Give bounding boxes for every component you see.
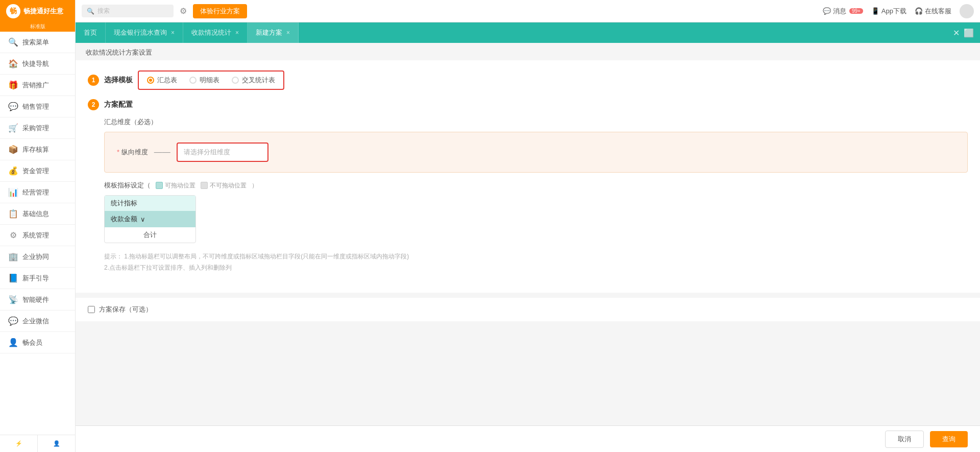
- book-icon: 📘: [8, 273, 18, 283]
- content-area: 收款情况统计方案设置 1 选择模板 汇总表 明细表: [76, 43, 980, 452]
- query-button[interactable]: 查询: [930, 431, 968, 447]
- save-checkbox[interactable]: [88, 306, 95, 313]
- radio-detail[interactable]: 明细表: [189, 76, 219, 85]
- radio-cross-dot: [232, 77, 239, 84]
- radio-detail-label: 明细表: [200, 76, 219, 85]
- legend-fixed-box: [201, 182, 208, 189]
- user-avatar[interactable]: [960, 4, 974, 18]
- legend-draggable-label: 可拖动位置: [165, 181, 195, 190]
- legend-close-paren: ）: [252, 181, 258, 190]
- message-icon: 💬: [823, 7, 831, 15]
- radio-summary[interactable]: 汇总表: [147, 76, 177, 85]
- tab-new-plan[interactable]: 新建方案 ×: [248, 22, 299, 43]
- step1-section: 1 选择模板 汇总表 明细表 交叉统计表: [88, 70, 968, 90]
- tab-collection-stat[interactable]: 收款情况统计 ×: [183, 22, 248, 43]
- sidebar-item-finance[interactable]: 💰 资金管理: [0, 160, 75, 182]
- logo-text: 畅捷通好生意: [23, 7, 63, 15]
- search-icon: 🔍: [8, 37, 18, 47]
- money-icon: 💰: [8, 166, 18, 176]
- sidebar-item-purchase[interactable]: 🛒 采购管理: [0, 117, 75, 139]
- tab-actions: ✕ ⬜: [953, 22, 980, 43]
- tab-home[interactable]: 首页: [76, 22, 106, 43]
- indicator-setting-header: 模板指标设定（ 可拖动位置 不可拖动位置 ）: [104, 181, 968, 190]
- legend-draggable: 可拖动位置: [156, 181, 195, 190]
- sidebar-item-smart-hw[interactable]: 📡 智能硬件: [0, 289, 75, 311]
- sidebar-item-label: 系统管理: [22, 231, 49, 240]
- sidebar-bottom-btn2[interactable]: 👤: [38, 435, 75, 452]
- sidebar-item-search-menu[interactable]: 🔍 搜索菜单: [0, 32, 75, 53]
- nav-tabs: 首页 现金银行流水查询 × 收款情况统计 × 新建方案 × ✕ ⬜: [76, 22, 980, 43]
- sidebar-item-marketing[interactable]: 🎁 营销推广: [0, 75, 75, 96]
- app-download-icon: 📱: [871, 7, 879, 15]
- message-badge: 99+: [849, 8, 863, 14]
- sidebar-item-newbie[interactable]: 📘 新手引导: [0, 268, 75, 289]
- row-label: 合计: [143, 231, 157, 239]
- template-radio-group: 汇总表 明细表 交叉统计表: [138, 70, 284, 90]
- footer-bar: 取消 查询: [76, 425, 980, 452]
- tab-bank-flow-close[interactable]: ×: [171, 29, 175, 36]
- tip-2: 2.点击标题栏下拉可设置排序、插入列和删除列: [104, 263, 968, 274]
- sidebar-item-stock[interactable]: 📦 库存核算: [0, 139, 75, 160]
- online-service-button[interactable]: 🎧 在线客服: [915, 7, 951, 16]
- sidebar-item-label: 快捷导航: [22, 59, 49, 68]
- maximize-icon[interactable]: ⬜: [964, 28, 974, 38]
- gear-settings-icon[interactable]: ⚙: [180, 6, 187, 16]
- step2-section: 2 方案配置 汇总维度（必选） * 纵向维度 ——: [88, 99, 968, 273]
- radio-cross-label: 交叉统计表: [242, 76, 275, 85]
- main-area: 🔍 搜索 ⚙ 体验行业方案 💬 消息 99+ 📱 App下载 🎧 在线客服 首页: [76, 0, 980, 452]
- sidebar-item-label: 销售管理: [22, 102, 49, 111]
- tip-1: 提示： 1.拖动标题栏可以调整布局，不可跨维度或指标区域拖动栏目字段(只能在同一…: [104, 251, 968, 263]
- sidebar-item-label: 营销推广: [22, 81, 49, 90]
- sidebar-item-enterprise[interactable]: 🏢 企业协同: [0, 246, 75, 268]
- legend-draggable-box: [156, 182, 163, 189]
- radio-cross[interactable]: 交叉统计表: [232, 76, 275, 85]
- save-label: 方案保存（可选）: [99, 305, 152, 314]
- topbar-search[interactable]: 🔍 搜索: [82, 5, 174, 17]
- col-dropdown-icon: ∨: [140, 216, 145, 223]
- dimension-label-text: 汇总维度（必选）: [104, 118, 157, 126]
- sidebar-item-label: 库存核算: [22, 145, 49, 154]
- tab-collection-stat-close[interactable]: ×: [235, 29, 239, 36]
- page-header: 收款情况统计方案设置: [76, 43, 980, 60]
- dimension-placeholder: 请选择分组维度: [184, 148, 230, 156]
- service-icon: 🎧: [915, 7, 923, 15]
- sidebar-bottom-btn1[interactable]: ⚡: [0, 435, 38, 452]
- tab-new-plan-label: 新建方案: [256, 28, 282, 37]
- sidebar-item-basic[interactable]: 📋 基础信息: [0, 203, 75, 225]
- sidebar-item-wechat[interactable]: 💬 企业微信: [0, 311, 75, 332]
- sidebar-item-quick-nav[interactable]: 🏠 快捷导航: [0, 53, 75, 75]
- sidebar-item-label: 智能硬件: [22, 295, 49, 304]
- dimension-area: * 纵向维度 —— 请选择分组维度: [104, 132, 968, 173]
- sidebar-item-label: 基础信息: [22, 209, 49, 219]
- indicator-col-header[interactable]: 收款金额 ∨: [105, 211, 195, 227]
- radio-summary-dot: [147, 77, 154, 84]
- online-service-label: 在线客服: [925, 7, 951, 16]
- indicator-table-header-label: 统计指标: [111, 199, 137, 208]
- dimension-select[interactable]: 请选择分组维度: [177, 142, 268, 162]
- message-button[interactable]: 💬 消息 99+: [823, 7, 863, 16]
- sidebar-item-label: 新手引导: [22, 274, 49, 283]
- sidebar-item-operation[interactable]: 📊 经营管理: [0, 182, 75, 203]
- building-icon: 🏢: [8, 252, 18, 261]
- sidebar: 畅 畅捷通好生意 标准版 🔍 搜索菜单 🏠 快捷导航 🎁 营销推广 💬 销售管理…: [0, 0, 76, 452]
- tab-new-plan-close[interactable]: ×: [286, 29, 290, 36]
- sidebar-item-sales[interactable]: 💬 销售管理: [0, 96, 75, 117]
- app-download-label: App下载: [881, 7, 906, 16]
- sidebar-item-system[interactable]: ⚙ 系统管理: [0, 225, 75, 246]
- dimension-section-label: 汇总维度（必选）: [104, 117, 968, 127]
- trial-button[interactable]: 体验行业方案: [193, 4, 247, 18]
- radio-summary-label: 汇总表: [157, 76, 177, 85]
- indicator-setting: 模板指标设定（ 可拖动位置 不可拖动位置 ）: [104, 181, 968, 243]
- dimension-required-star: * 纵向维度: [117, 148, 148, 157]
- legend-fixed: 不可拖动位置: [201, 181, 247, 190]
- cancel-button[interactable]: 取消: [885, 431, 924, 448]
- close-window-icon[interactable]: ✕: [953, 28, 960, 38]
- sidebar-edition: 标准版: [0, 22, 75, 32]
- sidebar-item-member[interactable]: 👤 畅会员: [0, 332, 75, 353]
- chart-icon: 📊: [8, 187, 18, 197]
- sidebar-item-label: 企业微信: [22, 317, 49, 326]
- list-icon: 📋: [8, 209, 18, 219]
- step1-title: 选择模板: [104, 76, 133, 85]
- tab-bank-flow[interactable]: 现金银行流水查询 ×: [106, 22, 183, 43]
- app-download-button[interactable]: 📱 App下载: [871, 7, 906, 16]
